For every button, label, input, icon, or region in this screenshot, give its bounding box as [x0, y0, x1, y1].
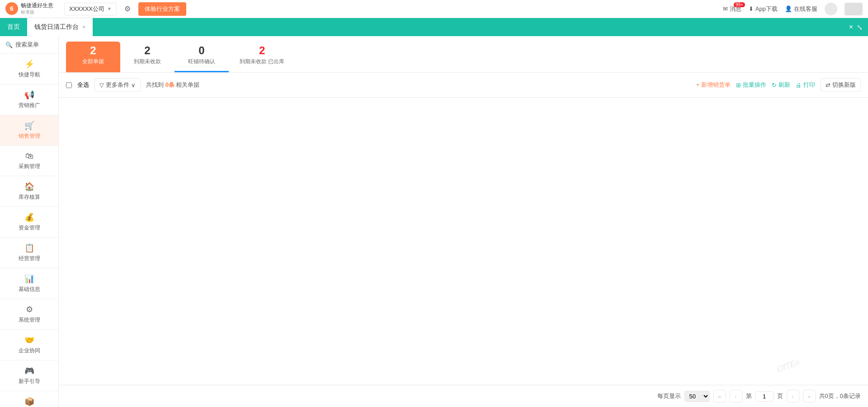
- chevron-down-icon: ▼: [107, 6, 112, 11]
- sidebar-item-marketing[interactable]: 📢 营销推广: [0, 84, 58, 115]
- logo-icon: 6: [5, 2, 18, 15]
- sidebar-item-system[interactable]: ⚙ 系统管理: [0, 299, 58, 330]
- print-button[interactable]: 🖨 打印: [796, 81, 815, 89]
- clipboard-icon: 📋: [24, 243, 34, 253]
- select-all-label: 全选: [77, 81, 89, 89]
- sidebar-label-sales: 销售管理: [19, 132, 40, 140]
- tab-bar: 首页 钱货日清工作台 × × ⤡: [0, 18, 868, 36]
- trial-button[interactable]: 体验行业方案: [138, 2, 186, 16]
- tab-bar-controls: × ⤡: [849, 23, 868, 32]
- stat-overdue-out-label: 到期未收款 已出库: [240, 58, 284, 65]
- switch-icon: ⇄: [826, 82, 830, 89]
- batch-label: 批量操作: [743, 81, 766, 89]
- stat-tab-overdue-out[interactable]: 2 到期未收款 已出库: [229, 42, 295, 72]
- prev-page-button[interactable]: ‹: [730, 390, 742, 402]
- window-close-icon[interactable]: ×: [849, 23, 853, 31]
- stat-all-label: 全部单据: [82, 58, 104, 65]
- megaphone-icon: 📢: [24, 90, 34, 100]
- refresh-icon: ↻: [772, 82, 777, 89]
- message-icon: ✉: [723, 5, 728, 12]
- last-page-button[interactable]: »: [803, 390, 816, 402]
- avatar[interactable]: [825, 3, 837, 15]
- sidebar-item-apps[interactable]: 📦 应用中心: [0, 391, 58, 407]
- sidebar-item-purchase[interactable]: 🛍 采购管理: [0, 146, 58, 176]
- window-expand-icon[interactable]: ⤡: [857, 23, 863, 32]
- refresh-button[interactable]: ↻ 刷新: [772, 81, 790, 89]
- settings-button[interactable]: ⚙: [120, 2, 135, 16]
- tab-active[interactable]: 钱货日清工作台 ×: [27, 18, 93, 36]
- found-text: 共找到 0条 相关单据: [146, 81, 199, 89]
- stat-pending-number: 0: [198, 45, 204, 56]
- tab-home[interactable]: 首页: [0, 18, 27, 36]
- logo-area: 6 畅捷通好生意 标准版: [5, 2, 64, 15]
- sidebar-item-operations[interactable]: 📋 经营管理: [0, 238, 58, 268]
- online-service-button[interactable]: 👤 在线客服: [785, 5, 817, 13]
- tab-close-icon[interactable]: ×: [82, 24, 85, 30]
- toolbar-right: + 新增销货单 ⊞ 批量操作 ↻ 刷新 🖨 打印 ⇄ 切换新版: [696, 78, 861, 92]
- filter-icon: ▽: [99, 82, 104, 89]
- page-number-input[interactable]: [755, 391, 774, 402]
- service-icon: 👤: [785, 5, 792, 12]
- gear-icon: ⚙: [26, 304, 33, 314]
- search-icon: 🔍: [5, 42, 13, 48]
- stat-overdue-label: 到期未收款: [134, 58, 161, 65]
- tab-active-label: 钱货日清工作台: [34, 23, 79, 31]
- stat-all-number: 2: [90, 45, 96, 56]
- sidebar-label-operations: 经营管理: [19, 255, 40, 262]
- sidebar-item-guide[interactable]: 🎮 新手引导: [0, 360, 58, 391]
- sidebar-item-quick-nav[interactable]: ⚡ 快捷导航: [0, 54, 58, 84]
- stat-overdue-number: 2: [144, 45, 150, 56]
- batch-icon: ⊞: [736, 82, 741, 89]
- select-all-checkbox[interactable]: [66, 82, 72, 88]
- chart-icon: 📊: [24, 274, 34, 284]
- sidebar-item-cooperation[interactable]: 🤝 企业协同: [0, 330, 58, 360]
- batch-button[interactable]: ⊞ 批量操作: [736, 81, 766, 89]
- download-icon: ⬇: [749, 5, 754, 12]
- company-selector[interactable]: XXXXXX公司 ▼: [64, 3, 117, 15]
- stats-tabs: 2 全部单据 2 到期未收款 0 旺铺待确认 2 到期未收款 已出库: [59, 36, 868, 73]
- next-page-button[interactable]: ›: [787, 390, 799, 402]
- main-layout: 🔍 搜索菜单 ⚡ 快捷导航 📢 营销推广 🛒 销售管理 🛍 采购管理 🏠 库存核…: [0, 36, 868, 407]
- add-sales-button[interactable]: + 新增销货单: [696, 81, 731, 89]
- sidebar-label-guide: 新手引导: [19, 378, 40, 385]
- pagination: 每页显示 50 20 100 « ‹ 第 页 › » 共0页，0条记录: [59, 385, 868, 407]
- app-edition: 标准版: [21, 9, 53, 15]
- toolbar: 全选 ▽ 更多条件 ∨ 共找到 0条 相关单据 + 新增销货单 ⊞ 批量操作 ↻…: [59, 73, 868, 98]
- sidebar-item-inventory[interactable]: 🏠 库存核算: [0, 176, 58, 207]
- logo-text-block: 畅捷通好生意 标准版: [21, 2, 53, 15]
- messages-button[interactable]: ✉ 消息 99+: [723, 5, 741, 13]
- sidebar-item-sales[interactable]: 🛒 销售管理: [0, 115, 58, 146]
- filter-arrow-icon: ∨: [131, 82, 136, 89]
- stat-tab-all[interactable]: 2 全部单据: [66, 42, 120, 72]
- header-right: ✉ 消息 99+ ⬇ App下载 👤 在线客服: [723, 3, 863, 15]
- per-page-select[interactable]: 50 20 100: [684, 391, 710, 402]
- sidebar-search[interactable]: 🔍 搜索菜单: [0, 36, 58, 54]
- stat-tab-overdue[interactable]: 2 到期未收款: [120, 42, 175, 72]
- switch-version-button[interactable]: ⇄ 切换新版: [821, 78, 861, 92]
- found-prefix: 共找到: [146, 81, 164, 88]
- sidebar-item-basic[interactable]: 📊 基础信息: [0, 268, 58, 299]
- page-label: 第: [746, 392, 752, 400]
- stat-tab-pending[interactable]: 0 旺铺待确认: [175, 42, 229, 72]
- bag-icon: 🛍: [25, 151, 33, 161]
- sidebar-label-marketing: 营销推广: [19, 102, 40, 109]
- sidebar-label-system: 系统管理: [19, 316, 40, 324]
- print-label: 打印: [803, 81, 815, 89]
- stat-pending-label: 旺铺待确认: [188, 58, 215, 65]
- app-download-label: App下载: [755, 5, 778, 13]
- filter-button[interactable]: ▽ 更多条件 ∨: [94, 78, 141, 92]
- house-icon: 🏠: [24, 182, 34, 192]
- lightning-icon: ⚡: [24, 59, 34, 69]
- messages-badge: 99+: [734, 2, 745, 7]
- table-area: [59, 98, 868, 385]
- money-icon: 💰: [24, 212, 34, 222]
- app-download-button[interactable]: ⬇ App下载: [749, 5, 778, 13]
- sidebar: 🔍 搜索菜单 ⚡ 快捷导航 📢 营销推广 🛒 销售管理 🛍 采购管理 🏠 库存核…: [0, 36, 59, 407]
- sidebar-label-cooperation: 企业协同: [19, 347, 40, 355]
- stat-overdue-out-number: 2: [259, 45, 265, 56]
- filter-label: 更多条件: [106, 81, 129, 89]
- first-page-button[interactable]: «: [713, 390, 726, 402]
- sidebar-item-finance[interactable]: 💰 资金管理: [0, 207, 58, 238]
- found-count: 0条: [165, 81, 175, 88]
- found-suffix: 相关单据: [176, 81, 199, 88]
